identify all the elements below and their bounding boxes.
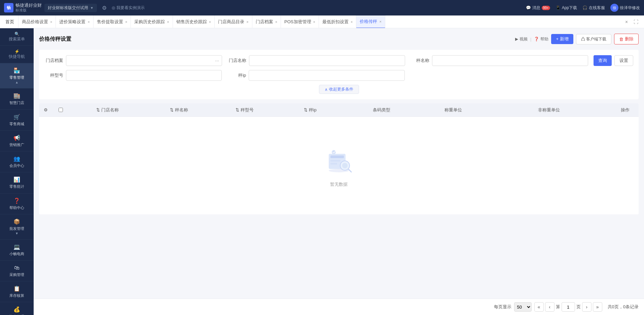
sidebar-item-marketing[interactable]: 📢 营销推广 xyxy=(0,131,34,151)
scale-name-field: 秤名称 xyxy=(410,55,588,66)
next-page-icon: › xyxy=(586,304,587,310)
query-button[interactable]: 查询 xyxy=(594,55,612,66)
tab-min-discount-close[interactable]: × xyxy=(351,20,353,24)
sidebar-item-retail-management[interactable]: 🏪 零售管理 ▲ xyxy=(0,63,34,89)
add-button[interactable]: + 新增 xyxy=(551,34,573,44)
first-page-icon: « xyxy=(538,304,540,310)
first-page-button[interactable]: « xyxy=(534,302,544,312)
select-all-checkbox[interactable] xyxy=(59,108,63,112)
online-service-action[interactable]: 🎧 在线客服 xyxy=(582,5,605,11)
marketing-icon: 📢 xyxy=(13,135,20,141)
tab-home[interactable]: 首页 xyxy=(1,15,19,28)
last-page-icon: » xyxy=(596,304,599,310)
download-button[interactable]: 凸 客户端下载 xyxy=(576,34,611,44)
scale-model-field: 秤型号 xyxy=(44,70,222,81)
th-scale-ip: ⇅ 秤ip xyxy=(277,107,343,113)
th-check[interactable] xyxy=(52,108,69,112)
tab-purchase-history-close[interactable]: × xyxy=(167,20,169,24)
top-header: 畅 畅捷通好业财 标准版 好业财标准版交付试用 ▼ ⚙ ◎ 我要看实例演示 💬 … xyxy=(0,0,644,15)
sort-scale-ip-icon[interactable]: ⇅ xyxy=(304,107,308,112)
tab-sales-history-label: 销售历史价跟踪 xyxy=(176,19,207,25)
header-left: 畅 畅捷通好业财 标准版 好业财标准版交付试用 ▼ ⚙ ◎ 我要看实例演示 xyxy=(4,3,145,13)
tab-pos-encryption[interactable]: POS加密管理 × xyxy=(281,15,319,28)
delete-label: 删除 xyxy=(625,36,634,42)
tab-sale-extract[interactable]: 售价提取设置 × xyxy=(94,15,131,28)
tab-sales-history[interactable]: 销售历史价跟踪 × xyxy=(173,15,215,28)
tab-min-discount[interactable]: 最低折扣设置 × xyxy=(319,15,356,28)
next-page-button[interactable]: › xyxy=(582,302,592,312)
table-header: ⚙ ⇅ 门店名称 ⇅ 秤名称 ⇅ 秤型号 xyxy=(39,103,639,117)
tab-store-archive-close[interactable]: × xyxy=(275,20,277,24)
sidebar-help-label: 帮助中心 xyxy=(9,205,24,210)
tab-price-scale-close[interactable]: × xyxy=(379,20,381,24)
help-link[interactable]: ❓ 帮助 xyxy=(534,36,548,42)
sidebar-item-wholesale[interactable]: 📦 批发管理 ▼ xyxy=(0,214,34,240)
current-page-input[interactable]: 1 xyxy=(562,302,575,312)
sidebar-item-retail-mall[interactable]: 🛒 零售商城 xyxy=(0,110,34,131)
collapse-row: ∧ 收起更多条件 xyxy=(44,85,633,94)
scale-ip-input[interactable] xyxy=(249,70,404,81)
collapse-button[interactable]: ∧ 收起更多条件 xyxy=(319,85,359,94)
sort-store-icon[interactable]: ⇅ xyxy=(96,107,100,112)
scale-model-label: 秤型号 xyxy=(44,72,63,78)
tab-store-archive-label: 门店档案 xyxy=(256,19,273,25)
tab-store-catalog[interactable]: 门店商品目录 × xyxy=(215,15,252,28)
tab-expand-button[interactable]: ⛶ xyxy=(632,18,640,26)
tab-store-archive[interactable]: 门店档案 × xyxy=(252,15,281,28)
message-action[interactable]: 💬 消息 99+ xyxy=(526,5,550,11)
user-info[interactable]: 徐 徐泽华修改 xyxy=(610,4,640,12)
video-link[interactable]: ▶ 视频 xyxy=(515,36,528,42)
sidebar: 🔍 搜索菜单 ⚡ 快捷导航 🏪 零售管理 ▲ 🏬 智慧门店 🛒 零售商城 📢 营… xyxy=(0,28,34,315)
sort-scale-model-icon[interactable]: ⇅ xyxy=(236,107,239,112)
store-name-input[interactable] xyxy=(249,55,405,66)
scale-model-input[interactable] xyxy=(66,70,222,81)
sidebar-item-inventory[interactable]: 📋 库存核算 xyxy=(0,281,34,302)
sidebar-item-retail-stats[interactable]: 📊 零售统计 xyxy=(0,172,34,193)
video-icon: ▶ xyxy=(515,37,518,41)
sidebar-quick-nav[interactable]: ⚡ 快捷导航 xyxy=(0,46,34,63)
sidebar-item-ecommerce[interactable]: 💻 小畅电商 xyxy=(0,240,34,260)
tab-product-price-close[interactable]: × xyxy=(50,20,52,24)
store-archive-input[interactable]: ··· xyxy=(66,55,222,66)
demo-link[interactable]: ◎ 我要看实例演示 xyxy=(112,5,145,11)
tab-price-scale[interactable]: 价格传秤 × xyxy=(356,15,385,28)
version-selector[interactable]: 好业财标准版交付试用 ▼ xyxy=(44,4,97,12)
sidebar-item-finance[interactable]: 💰 资金管理 xyxy=(0,302,34,315)
prev-page-button[interactable]: ‹ xyxy=(545,302,554,312)
settings-button[interactable]: 设置 xyxy=(614,55,633,66)
tab-purchase-history[interactable]: 采购历史价跟踪 × xyxy=(131,15,173,28)
svg-rect-4 xyxy=(330,163,337,165)
app-download-action[interactable]: 📱 App下载 xyxy=(556,5,577,11)
th-barcode-type-label: 条码类型 xyxy=(373,107,390,113)
sidebar-item-smart-store[interactable]: 🏬 智慧门店 xyxy=(0,89,34,109)
header-settings-button[interactable]: ⚙ xyxy=(100,3,109,12)
user-name: 徐泽华修改 xyxy=(620,5,640,11)
store-archive-dots-icon: ··· xyxy=(215,58,219,63)
tab-pos-encryption-close[interactable]: × xyxy=(313,20,315,24)
tab-close-all-button[interactable]: × xyxy=(622,18,631,26)
tab-product-price[interactable]: 商品价格设置 × xyxy=(19,15,56,28)
sidebar-item-member[interactable]: 👥 会员中心 xyxy=(0,151,34,172)
delete-button[interactable]: 🗑 删除 xyxy=(614,34,639,44)
sort-scale-name-icon[interactable]: ⇅ xyxy=(170,107,174,112)
sidebar-search[interactable]: 🔍 搜索菜单 xyxy=(0,28,34,46)
th-non-weight-unit: 非称重单位 xyxy=(486,107,612,113)
scale-name-input[interactable] xyxy=(432,55,588,66)
sidebar-smart-store-label: 智慧门店 xyxy=(9,100,24,105)
last-page-button[interactable]: » xyxy=(593,302,602,312)
store-name-label: 门店名称 xyxy=(227,58,246,64)
tab-sales-history-close[interactable]: × xyxy=(209,20,211,24)
tab-sale-extract-label: 售价提取设置 xyxy=(97,19,123,25)
sidebar-item-purchase[interactable]: 🛍 采购管理 xyxy=(0,261,34,281)
sidebar-inventory-label: 库存核算 xyxy=(9,293,24,298)
sidebar-item-help[interactable]: ❓ 帮助中心 xyxy=(0,194,34,214)
tab-purchase-strategy[interactable]: 进价策略设置 × xyxy=(56,15,93,28)
tab-purchase-strategy-close[interactable]: × xyxy=(87,20,90,24)
logo-sub: 标准版 xyxy=(15,8,42,13)
sidebar-retail-label: 零售管理 xyxy=(9,75,24,80)
th-scale-model-label: 秤型号 xyxy=(241,107,254,113)
per-page-select[interactable]: 10 20 50 100 xyxy=(514,302,532,312)
th-settings[interactable]: ⚙ xyxy=(39,107,52,112)
tab-store-catalog-close[interactable]: × xyxy=(246,20,248,24)
tab-sale-extract-close[interactable]: × xyxy=(125,20,127,24)
